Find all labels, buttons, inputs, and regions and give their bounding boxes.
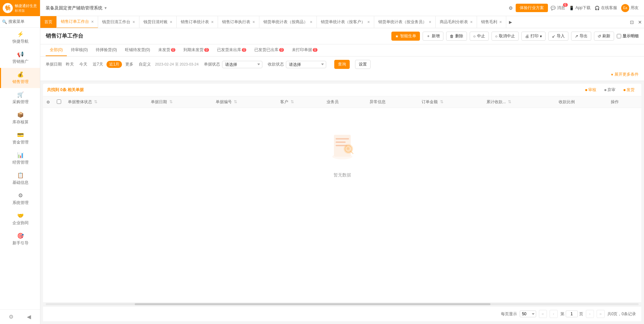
scrollbar-thumb[interactable]: [135, 303, 490, 305]
sidebar-item-marketing[interactable]: 📢 营销推广: [0, 48, 40, 68]
sidebar-item-operations[interactable]: 📊 经营管理: [0, 149, 40, 169]
filter-tab-overdue[interactable]: 到期未发货0: [179, 44, 213, 56]
tab-close-sales-stat[interactable]: ✕: [211, 20, 214, 24]
filter-tab-unshipped[interactable]: 未发货0: [154, 44, 180, 56]
cancel-audit-btn[interactable]: 弃审: [602, 86, 618, 93]
online-service-btn[interactable]: 🎧 在线客服: [595, 5, 617, 11]
sidebar-item-quick-nav[interactable]: ⚡ 快捷导航: [0, 28, 40, 48]
tab-home[interactable]: 首页: [40, 16, 57, 28]
filter-tab-not-printed[interactable]: 未打印单据0: [288, 44, 321, 56]
sidebar-item-basic-info[interactable]: 📋 基础信息: [0, 169, 40, 189]
th-collected[interactable]: 累计收款... ⇅: [483, 96, 555, 108]
date-opt-custom[interactable]: 自定义: [137, 61, 153, 68]
filter-tab-pending-audit[interactable]: 待审核(0): [67, 44, 92, 56]
tab-close-sales-customer[interactable]: ✕: [367, 20, 370, 24]
tab-sales-product[interactable]: 销货单统计表（按商品） ✕: [259, 16, 317, 28]
app-download-btn[interactable]: 📱 App下载: [569, 5, 591, 11]
per-page-select[interactable]: 50 10 20 100: [520, 311, 536, 317]
sidebar-item-sales[interactable]: 💰 销售管理: [0, 68, 40, 88]
first-page-btn[interactable]: «: [539, 310, 547, 318]
ship-btn[interactable]: 发货: [621, 86, 637, 93]
user-menu[interactable]: Ea 用友: [621, 4, 639, 12]
sidebar-item-finance[interactable]: 💳 资金管理: [0, 128, 40, 149]
refresh-button[interactable]: ↺ 刷新: [594, 32, 614, 41]
date-opt-1month[interactable]: 近1月: [106, 61, 122, 68]
tab-close-sales-salesperson[interactable]: ✕: [429, 20, 431, 24]
date-opt-7days[interactable]: 近7天: [91, 61, 105, 68]
th-settings[interactable]: ⚙: [43, 96, 53, 108]
filter-tab-pending-ship[interactable]: 旺铺待发货(0): [121, 44, 154, 56]
tab-sales-stat[interactable]: 销售订单统计表 ✕: [177, 16, 218, 28]
sidebar-item-enterprise[interactable]: 🤝 企业协同: [0, 209, 40, 229]
th-date[interactable]: 单据日期 ⇅: [147, 96, 212, 108]
delete-button[interactable]: 🗑 删除: [446, 32, 467, 41]
tab-sales-salesperson[interactable]: 销货单统计表（按业务员） ✕: [374, 16, 436, 28]
message-btn[interactable]: 💬 消息 6: [551, 5, 565, 11]
th-checkbox[interactable]: [53, 96, 65, 108]
tab-cash-daily[interactable]: 钱货日清工作台 ✕: [98, 16, 139, 28]
tab-sales-order[interactable]: 销售订单工作台 ✕: [57, 16, 98, 28]
stop-button[interactable]: ○ 中止: [470, 32, 489, 41]
filter-tab-shipped-out[interactable]: 已发货已出库0: [250, 44, 288, 56]
last-page-btn[interactable]: »: [597, 310, 605, 318]
expand-filter-btn[interactable]: ▾ 展开更多条件: [611, 72, 639, 77]
payment-select[interactable]: 请选择: [286, 61, 326, 68]
import-button[interactable]: ↙ 导入: [548, 32, 568, 41]
show-detail-checkbox[interactable]: [617, 34, 621, 38]
solution-button[interactable]: 体验行业方案: [516, 4, 548, 12]
tab-close-all[interactable]: ✕: [636, 16, 644, 28]
prev-page-btn[interactable]: ‹: [550, 310, 558, 318]
title-dropdown-icon[interactable]: ▾: [104, 5, 107, 10]
tab-window-restore[interactable]: ⊡: [628, 16, 636, 28]
settings-footer-btn[interactable]: ⚙: [3, 312, 19, 321]
tabs-more-btn[interactable]: ▶: [506, 20, 515, 25]
add-button[interactable]: ＋ 新增: [423, 32, 443, 41]
tab-sales-exec[interactable]: 销售订单执行表 ✕: [218, 16, 259, 28]
tab-close-sales-exec[interactable]: ✕: [252, 20, 255, 24]
filter-tab-shipped-not-out[interactable]: 已发货未出库0: [213, 44, 251, 56]
page-input[interactable]: [566, 311, 578, 317]
print-button[interactable]: 🖨 打印 ▾: [521, 32, 546, 41]
audit-btn[interactable]: 审核: [583, 86, 599, 93]
tab-sales-customer[interactable]: 销货单统计表（按客户） ✕: [317, 16, 374, 28]
tab-close-sales-product[interactable]: ✕: [310, 20, 312, 24]
tab-close-cash-daily[interactable]: ✕: [132, 20, 135, 24]
tab-close-sales-order[interactable]: ✕: [91, 20, 94, 24]
status-select[interactable]: 请选择: [222, 61, 262, 68]
sidebar-item-inventory[interactable]: 📦 库存核算: [0, 108, 40, 128]
table-summary: 共找到 0条 相关单据: [47, 87, 84, 93]
filter-tab-all[interactable]: 全部(0): [46, 44, 67, 56]
cancel-stop-button[interactable]: ○ 取消中止: [491, 32, 519, 41]
th-amount[interactable]: 订单金额 ⇅: [418, 96, 483, 108]
th-state[interactable]: 单据整体状态 ⇅: [65, 96, 147, 108]
sidebar-search[interactable]: 🔍 搜索菜单: [0, 16, 40, 28]
sidebar-item-purchase[interactable]: 🛒 采购管理: [0, 88, 40, 108]
date-opt-yesterday[interactable]: 昨天: [64, 61, 76, 68]
sidebar-item-guide[interactable]: 🎯 新手引导: [0, 229, 40, 249]
query-button[interactable]: 查询: [334, 60, 350, 69]
tab-close-cash-reconcile[interactable]: ✕: [170, 20, 172, 24]
th-number[interactable]: 单据编号 ⇅: [212, 96, 277, 108]
sidebar-item-system[interactable]: ⚙ 系统管理: [0, 189, 40, 209]
table-scroll-container[interactable]: ⚙ 单据整体状态 ⇅ 单据日期 ⇅ 单据编号 ⇅: [43, 96, 641, 302]
smart-create-button[interactable]: ★ 智能生单: [391, 32, 420, 41]
export-button[interactable]: ↗ 导出: [571, 32, 591, 41]
horizontal-scrollbar[interactable]: [43, 302, 641, 306]
filter-tab-pending-inspection[interactable]: 待择验货(0): [92, 44, 121, 56]
th-customer[interactable]: 客户 ⇅: [277, 96, 323, 108]
tab-gross-profit[interactable]: 商品毛利分析表 ✕: [436, 16, 477, 28]
tab-close-sales-margin[interactable]: ✕: [499, 20, 502, 24]
date-opt-today[interactable]: 今天: [77, 61, 89, 68]
topbar-settings-btn[interactable]: ⚙: [509, 5, 513, 11]
tab-close-gross-profit[interactable]: ✕: [470, 20, 473, 24]
next-page-btn[interactable]: ›: [586, 310, 594, 318]
page-title: 销售订单工作台: [46, 33, 83, 40]
tab-cash-reconcile[interactable]: 钱货日清对账 ✕: [139, 16, 177, 28]
select-all-checkbox[interactable]: [57, 99, 61, 104]
tab-sales-margin[interactable]: 销售毛利 ✕: [477, 16, 506, 28]
collapse-btn[interactable]: ◀: [21, 312, 38, 321]
date-opt-more[interactable]: 更多: [123, 61, 135, 68]
star-icon: ★: [395, 34, 399, 39]
date-filter: 单据日期 昨天 今天 近7天 近1月 更多 自定义 2023-02-24 至 2…: [46, 61, 199, 68]
settings-button[interactable]: 设置: [355, 60, 371, 69]
